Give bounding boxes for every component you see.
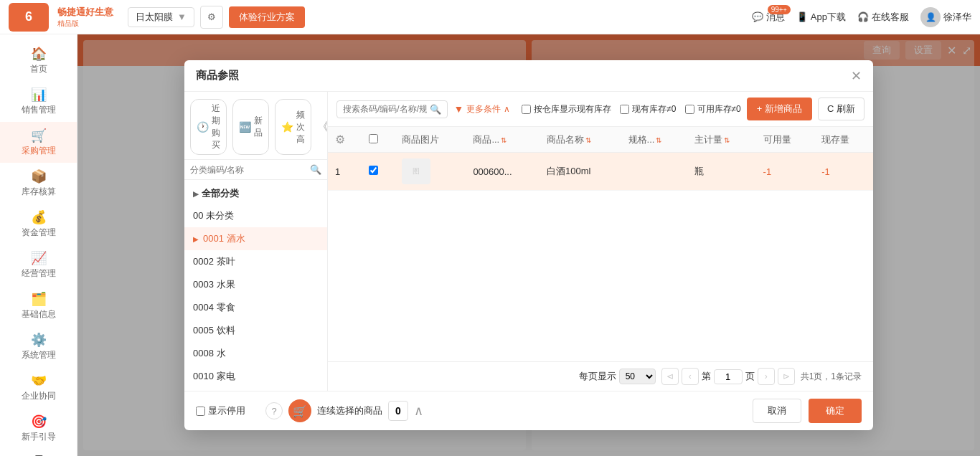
category-label: 0003 水果 — [193, 278, 235, 291]
frequent-btn[interactable]: ⭐ 频次高 — [275, 99, 311, 155]
select-all-checkbox[interactable] — [369, 134, 378, 143]
confirm-button[interactable]: 确定 — [809, 399, 862, 423]
product-image: 图 — [402, 158, 430, 184]
operations-icon: 📈 — [31, 250, 47, 266]
cart-collapse-icon[interactable]: ∧ — [414, 403, 423, 419]
sidebar-item-guide[interactable]: 🎯 新手引导 — [0, 408, 77, 449]
category-water[interactable]: 0008 水 — [184, 342, 327, 365]
first-page-button[interactable]: ⊲ — [661, 368, 679, 385]
category-label: 0002 茶叶 — [193, 255, 235, 268]
usable-stock-checkbox[interactable]: 可用库存≠0 — [685, 103, 741, 115]
app-download-item[interactable]: 📱 App下载 — [796, 11, 846, 24]
row-checkbox[interactable] — [369, 166, 378, 175]
sidebar-item-label: 采购管理 — [22, 145, 56, 157]
category-fruit[interactable]: 0003 水果 — [184, 273, 327, 296]
modal-overlay: 商品参照 ✕ 🕐 近期购买 🆕 — [77, 34, 980, 456]
category-snacks[interactable]: 0004 零食 — [184, 296, 327, 319]
category-search-icon[interactable]: 🔍 — [310, 164, 321, 175]
notifications-item[interactable]: 💬 消息 99++ — [752, 11, 785, 24]
category-label: 00 未分类 — [193, 209, 234, 222]
last-page-button[interactable]: ⊳ — [778, 368, 795, 385]
all-categories-item[interactable]: ▶ 全部分类 — [184, 183, 327, 204]
sidebar: 🏠 首页 📊 销售管理 🛒 采购管理 📦 库存核算 💰 资金管理 📈 经营管理 … — [0, 34, 77, 456]
product-search-icon[interactable]: 🔍 — [430, 104, 441, 115]
app-brand: 畅捷通好生意 精品版 — [57, 6, 113, 29]
category-appliance[interactable]: 0010 家电 — [184, 365, 327, 388]
left-panel-collapse-btn[interactable]: 《 — [317, 99, 328, 155]
page-number-input[interactable] — [714, 369, 743, 384]
modal-body: 🕐 近期购买 🆕 新品 ⭐ 频次高 《 — [184, 92, 873, 391]
mobile-icon: 📱 — [796, 11, 808, 22]
category-search-input[interactable] — [190, 165, 307, 175]
sidebar-item-basic-info[interactable]: 🗂️ 基础信息 — [0, 285, 77, 326]
arrow-right-icon: ▶ — [193, 190, 199, 198]
sidebar-item-inventory[interactable]: 📦 库存核算 — [0, 163, 77, 204]
home-icon: 🏠 — [31, 46, 47, 62]
trial-button[interactable]: 体验行业方案 — [229, 6, 305, 28]
col-unit[interactable]: 主计量⇅ — [687, 127, 756, 153]
finance-icon: 💰 — [31, 209, 47, 225]
sidebar-item-finance[interactable]: 💰 资金管理 — [0, 204, 77, 244]
sidebar-item-purchase[interactable]: 🛒 采购管理 — [0, 122, 77, 163]
sidebar-item-operations[interactable]: 📈 经营管理 — [0, 244, 77, 285]
per-page-select[interactable]: 50 100 200 — [619, 369, 656, 384]
avatar: 👤 — [920, 7, 941, 27]
sidebar-item-home[interactable]: 🏠 首页 — [0, 40, 77, 81]
sidebar-item-label: 经营管理 — [22, 267, 56, 280]
row-current: -1 — [814, 153, 873, 191]
cart-icon[interactable]: 🛒 — [288, 399, 311, 422]
product-search-input[interactable] — [343, 104, 427, 114]
basic-info-icon: 🗂️ — [31, 291, 47, 307]
store-selector[interactable]: 日太阳膜 ▼ — [128, 7, 194, 27]
purchase-icon: 🛒 — [31, 128, 47, 143]
recent-purchase-btn[interactable]: 🕐 近期购买 — [190, 99, 227, 155]
chevron-down-icon: ▼ — [177, 11, 187, 22]
category-liquor[interactable]: ▶ 0001 酒水 — [184, 227, 327, 250]
modal-close-button[interactable]: ✕ — [851, 70, 862, 82]
sidebar-item-label: 新手引导 — [22, 431, 56, 443]
page-suffix: 页 — [745, 370, 755, 383]
sidebar-item-label: 库存核算 — [22, 186, 56, 198]
settings-icon[interactable]: ⚙ — [200, 6, 223, 29]
usable-stock-input[interactable] — [685, 105, 694, 114]
prev-page-button[interactable]: ‹ — [682, 368, 699, 385]
category-drinks[interactable]: 0005 饮料 — [184, 319, 327, 342]
current-stock-input[interactable] — [620, 105, 629, 114]
col-current: 现存量 — [814, 127, 873, 153]
sidebar-item-label: 首页 — [30, 63, 47, 75]
sidebar-item-app-center[interactable]: 📱 应用中心 — [0, 449, 77, 456]
page-size-selector: 每页显示 50 100 200 — [579, 369, 656, 384]
row-spec — [621, 153, 688, 191]
new-product-btn[interactable]: 🆕 新品 — [232, 99, 269, 155]
help-icon[interactable]: ? — [265, 402, 283, 419]
cancel-button[interactable]: 取消 — [753, 399, 801, 423]
table-header-row: ⚙ 商品图片 商品...⇅ 商品名称⇅ 规格...⇅ — [328, 127, 873, 153]
sidebar-item-enterprise[interactable]: 🤝 企业协同 — [0, 367, 77, 408]
all-categories-label: 全部分类 — [202, 187, 239, 200]
category-tea[interactable]: 0002 茶叶 — [184, 250, 327, 273]
filter-label: 更多条件 — [466, 103, 501, 115]
category-unclassified[interactable]: 00 未分类 — [184, 204, 327, 227]
user-item[interactable]: 👤 徐泽华 — [920, 7, 971, 27]
add-product-button[interactable]: + 新增商品 — [747, 98, 812, 120]
col-spec[interactable]: 规格...⇅ — [621, 127, 688, 153]
filter-icon: ▼ — [453, 103, 463, 115]
table-settings-icon[interactable]: ⚙ — [335, 133, 345, 146]
next-page-button[interactable]: › — [758, 368, 775, 385]
table-row[interactable]: 1 图 000600... 白酒100ml — [328, 153, 873, 191]
recent-icon: 🕐 — [197, 121, 209, 133]
col-code[interactable]: 商品...⇅ — [466, 127, 540, 153]
sidebar-item-sales[interactable]: 📊 销售管理 — [0, 81, 77, 122]
col-available: 可用量 — [756, 127, 815, 153]
current-stock-checkbox[interactable]: 现有库存≠0 — [620, 103, 676, 115]
page-total-info: 共1页，1条记录 — [801, 371, 862, 383]
more-filter-button[interactable]: ▼ 更多条件 ∧ — [453, 103, 510, 115]
warehouse-display-input[interactable] — [522, 105, 531, 114]
col-name[interactable]: 商品名称⇅ — [540, 127, 621, 153]
sidebar-item-system[interactable]: ⚙️ 系统管理 — [0, 326, 77, 367]
show-disabled-checkbox[interactable]: 显示停用 — [196, 404, 245, 417]
online-service-item[interactable]: 🎧 在线客服 — [857, 11, 909, 24]
show-disabled-input[interactable] — [196, 407, 205, 416]
warehouse-display-checkbox[interactable]: 按仓库显示现有库存 — [522, 103, 611, 115]
refresh-button[interactable]: C 刷新 — [818, 98, 864, 120]
